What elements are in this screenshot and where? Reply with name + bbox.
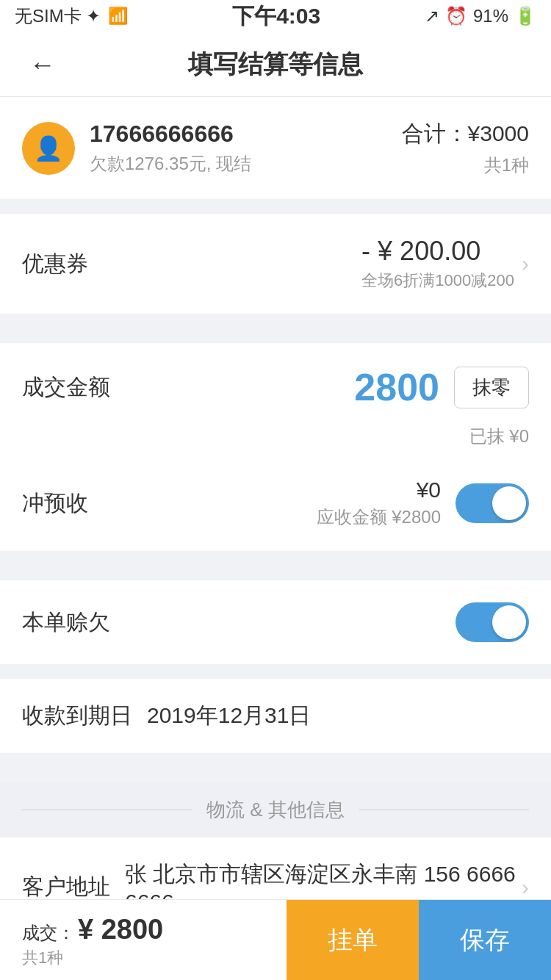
debt-toggle-knob — [492, 605, 526, 639]
avatar-icon: 👤 — [34, 134, 63, 162]
debt-toggle[interactable] — [455, 602, 529, 642]
back-button[interactable]: ← — [22, 42, 63, 87]
bottom-summary: 成交： ¥ 2800 共1种 — [0, 911, 287, 969]
time-display: 下午4:03 — [232, 1, 320, 32]
prepay-toggle[interactable] — [455, 483, 529, 523]
gap2 — [0, 566, 551, 580]
coupon-desc: 全场6折满1000减200 — [361, 270, 514, 292]
gap3 — [0, 768, 551, 782]
address-label: 客户地址 — [22, 872, 110, 902]
due-date-value: 2019年12月31日 — [147, 701, 311, 731]
coupon-section[interactable]: 优惠券 - ¥ 200.00 全场6折满1000减200 › — [0, 214, 551, 314]
bottom-deal-amount: ¥ 2800 — [78, 914, 163, 945]
debt-section: 本单赊欠 — [0, 580, 551, 664]
round-button[interactable]: 抹零 — [454, 367, 529, 408]
gap1 — [0, 328, 551, 343]
debt-label: 本单赊欠 — [22, 608, 110, 638]
save-button[interactable]: 保存 — [419, 900, 551, 981]
due-date-label: 收款到期日 — [22, 701, 132, 731]
prepay-sub: 应收金额 ¥2800 — [317, 505, 441, 529]
location-icon: ↗ — [425, 6, 439, 26]
coupon-right: - ¥ 200.00 全场6折满1000减200 › — [361, 236, 529, 292]
coupon-amount: - ¥ 200.00 — [361, 236, 514, 267]
coupon-amount-group: - ¥ 200.00 全场6折满1000减200 — [361, 236, 514, 292]
total-count: 共1种 — [402, 154, 529, 177]
coupon-label: 优惠券 — [22, 249, 88, 279]
avatar: 👤 — [22, 122, 75, 175]
battery-percent: 91% — [473, 6, 508, 26]
hang-order-button[interactable]: 挂单 — [287, 900, 419, 981]
total-amount: 合计：¥3000 — [402, 119, 529, 149]
deal-sub: 已抹 ¥0 — [469, 426, 529, 446]
address-chevron-icon: › — [522, 875, 529, 900]
bottom-bar: 成交： ¥ 2800 共1种 挂单 保存 — [0, 899, 551, 980]
deal-label: 成交金额 — [22, 372, 110, 403]
prepay-amount: ¥0 — [317, 478, 441, 502]
customer-phone: 17666666666 — [90, 120, 251, 148]
nav-bar: ← 填写结算等信息 — [0, 32, 551, 97]
divider-line-right — [359, 810, 529, 810]
deal-section: 成交金额 2800 抹零 已抹 ¥0 冲预收 ¥0 应收金额 ¥2800 — [0, 343, 551, 551]
alarm-icon: ⏰ — [445, 6, 467, 26]
status-bar: 无SIM卡 ✦ 📶 下午4:03 ↗ ⏰ 91% 🔋 — [0, 0, 551, 32]
battery-icon: 🔋 — [514, 6, 536, 26]
customer-left: 👤 17666666666 欠款1276.35元, 现结 — [22, 120, 251, 176]
deal-row: 成交金额 2800 抹零 — [22, 365, 529, 409]
page-title: 填写结算等信息 — [188, 48, 363, 82]
prepay-right: ¥0 应收金额 ¥2800 — [317, 478, 529, 529]
deal-amount: 2800 — [354, 365, 439, 409]
bottom-count: 共1种 — [22, 947, 264, 969]
due-date-section: 收款到期日 2019年12月31日 — [0, 679, 551, 753]
customer-details: 17666666666 欠款1276.35元, 现结 — [90, 120, 251, 176]
wifi-icon: 📶 — [108, 7, 128, 26]
chevron-right-icon: › — [522, 251, 529, 276]
customer-right: 合计：¥3000 共1种 — [402, 119, 529, 177]
prepay-amount-group: ¥0 应收金额 ¥2800 — [317, 478, 441, 529]
bottom-deal-label: 成交： — [22, 921, 75, 945]
customer-sub: 欠款1276.35元, 现结 — [90, 152, 251, 176]
status-left: 无SIM卡 ✦ 📶 — [15, 4, 128, 28]
prepay-row: 冲预收 ¥0 应收金额 ¥2800 — [22, 470, 529, 529]
divider-line-left — [22, 810, 192, 810]
deal-right: 2800 抹零 — [354, 365, 529, 409]
toggle-knob — [492, 486, 526, 520]
customer-info-section: 👤 17666666666 欠款1276.35元, 现结 合计：¥3000 共1… — [0, 97, 551, 199]
sim-label: 无SIM卡 ✦ — [15, 4, 101, 28]
prepay-label: 冲预收 — [22, 489, 88, 519]
logistics-label: 物流 & 其他信息 — [206, 797, 345, 823]
logistics-divider: 物流 & 其他信息 — [0, 782, 551, 837]
status-right: ↗ ⏰ 91% 🔋 — [425, 6, 536, 26]
